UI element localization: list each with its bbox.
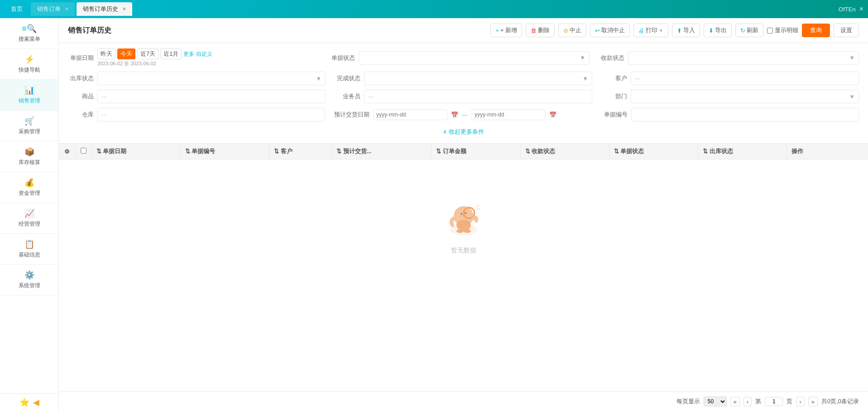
refresh-button[interactable]: ↻ 刷新 <box>735 24 763 37</box>
delete-button[interactable]: 🗑 删除 <box>526 24 555 37</box>
th-bill-number[interactable]: ⇅ 单据编号 <box>180 144 269 160</box>
warehouse-control[interactable]: ··· <box>97 108 325 121</box>
basic-info-icon: 📋 <box>24 239 34 249</box>
delivery-date-from[interactable] <box>373 109 447 120</box>
date-more-link[interactable]: 更多 <box>183 50 194 58</box>
bill-number-control[interactable] <box>631 108 859 121</box>
calendar-from-icon[interactable]: 📅 <box>451 111 458 118</box>
salesperson-ellipsis-icon[interactable]: ··· <box>368 93 374 100</box>
sidebar-item-inventory[interactable]: 📦 库存核算 <box>0 141 58 172</box>
prev-page-button[interactable]: ‹ <box>743 397 752 406</box>
svg-point-6 <box>465 212 466 214</box>
toolbar: + + 新增 🗑 删除 ⊘ 中止 ↩ 取消中止 <box>490 24 859 37</box>
th-order-amount[interactable]: ⇅ 订单金额 <box>432 144 520 160</box>
th-bill-status[interactable]: ⇅ 单据状态 <box>609 144 698 160</box>
date-custom-link[interactable]: 自定义 <box>196 50 212 58</box>
th-bill-date[interactable]: ⇅ 单据日期 <box>91 144 180 160</box>
date-btn-last-month[interactable]: 近1月 <box>160 48 182 59</box>
show-details-checkbox[interactable] <box>767 28 773 34</box>
th-bill-status-label: ⇅ 单据状态 <box>614 147 644 155</box>
department-control[interactable]: ▼ <box>631 90 859 103</box>
salesperson-label: 业务员 <box>335 92 364 101</box>
sidebar-item-basic-info[interactable]: 📋 基础信息 <box>0 234 58 265</box>
query-button[interactable]: 查询 <box>802 24 830 37</box>
sidebar-collapse-icon[interactable]: ◀ <box>33 397 39 407</box>
select-all-checkbox[interactable] <box>81 148 86 154</box>
delivery-date-to[interactable] <box>471 109 546 120</box>
table-settings-icon[interactable]: ⚙ <box>64 148 70 155</box>
show-details-checkbox-label[interactable]: 显示明细 <box>767 26 798 34</box>
th-checkbox[interactable] <box>75 144 91 160</box>
department-arrow-icon: ▼ <box>849 93 855 100</box>
table-footer: 每页显示 50 10 20 100 « ‹ 第 页 › » 共0页,0条记录 <box>59 392 868 411</box>
sidebar-item-finance[interactable]: 💰 资金管理 <box>0 172 58 203</box>
page-size-select[interactable]: 50 10 20 100 <box>704 396 727 406</box>
window-close-icon[interactable]: × <box>859 5 863 13</box>
sidebar-item-purchase-mgmt[interactable]: 🛒 采购管理 <box>0 111 58 141</box>
expected-delivery-label: 预计交货日期 <box>334 111 373 119</box>
next-page-icon: › <box>799 398 801 405</box>
product-ellipsis-icon[interactable]: ··· <box>101 93 107 100</box>
customer-label: 客户 <box>601 74 631 82</box>
settings-button[interactable]: 设置 <box>834 24 859 37</box>
stock-status-control[interactable]: ▼ <box>97 72 326 85</box>
filter-row-4: 仓库 ··· 预计交货日期 📅 — 📅 单据编号 <box>68 108 859 121</box>
customer-control[interactable]: ··· <box>631 72 859 85</box>
date-btn-yesterday[interactable]: 昨天 <box>97 48 115 59</box>
print-icon: 🖨 <box>638 27 644 34</box>
svg-point-7 <box>456 220 471 231</box>
next-page-button[interactable]: › <box>796 397 804 406</box>
warehouse-ellipsis-icon[interactable]: ··· <box>101 111 107 118</box>
sidebar-item-operations[interactable]: 📈 经营管理 <box>0 203 58 234</box>
cancel-stop-label: 取消中止 <box>601 26 625 34</box>
new-button[interactable]: + + 新增 <box>490 24 522 37</box>
sidebar-item-search-menu[interactable]: ≡🔍 搜索菜单 <box>0 18 58 49</box>
page-unit-label: 页 <box>786 397 792 406</box>
print-button[interactable]: 🖨 打印 ▼ <box>633 24 668 37</box>
tab-sales-order-history-close[interactable]: × <box>123 6 126 12</box>
tab-home[interactable]: 首页 <box>5 2 29 16</box>
th-customer-label: ⇅ 客户 <box>274 147 293 155</box>
first-page-button[interactable]: « <box>730 397 740 406</box>
page-number-label: 第 <box>755 397 761 406</box>
sidebar-item-finance-label: 资金管理 <box>19 189 40 197</box>
customer-ellipsis-icon[interactable]: ··· <box>635 75 640 82</box>
collapse-row[interactable]: ∧ 收起更多条件 <box>68 126 859 138</box>
receipt-status-control[interactable]: ▼ <box>628 51 859 65</box>
th-stock-status[interactable]: ⇅ 出库状态 <box>698 144 787 160</box>
empty-illustration <box>436 196 491 241</box>
refresh-icon: ↻ <box>740 27 745 34</box>
svg-point-8 <box>456 229 464 233</box>
cancel-stop-button[interactable]: ↩ 取消中止 <box>590 24 630 37</box>
last-page-button[interactable]: » <box>808 397 818 406</box>
sidebar-item-system[interactable]: ⚙️ 系统管理 <box>0 265 58 295</box>
bill-status-control[interactable]: ▼ <box>359 51 590 65</box>
date-btn-last7[interactable]: 近7天 <box>137 48 158 59</box>
date-quick-btns: 昨天 今天 近7天 近1月 更多 自定义 <box>97 48 320 59</box>
sidebar-item-sales-mgmt[interactable]: 📊 销售管理 <box>0 80 58 111</box>
th-receipt-status[interactable]: ⇅ 收款状态 <box>520 144 609 160</box>
page-number-input[interactable] <box>765 397 783 406</box>
page-size-label: 每页显示 <box>676 397 700 406</box>
stop-button[interactable]: ⊘ 中止 <box>558 24 586 37</box>
complete-status-control[interactable]: ▼ <box>364 72 592 85</box>
sidebar-item-operations-label: 经营管理 <box>19 220 40 228</box>
tab-sales-order-history-label: 销售订单历史 <box>83 5 118 13</box>
th-operation-label: 操作 <box>791 148 803 155</box>
date-btn-today[interactable]: 今天 <box>117 48 135 59</box>
main-layout: ≡🔍 搜索菜单 ⚡ 快捷导航 📊 销售管理 🛒 采购管理 📦 库存核算 💰 资金… <box>0 18 868 411</box>
export-button[interactable]: ⬇ 导出 <box>704 24 732 37</box>
tab-sales-order[interactable]: 销售订单 × <box>31 2 75 16</box>
th-settings[interactable]: ⚙ <box>59 144 75 160</box>
tab-sales-order-history[interactable]: 销售订单历史 × <box>77 2 132 16</box>
th-expected-delivery[interactable]: ⇅ 预计交货... <box>331 144 431 160</box>
product-control[interactable]: ··· <box>97 90 326 103</box>
tab-sales-order-close[interactable]: × <box>65 6 68 12</box>
refresh-label: 刷新 <box>747 26 758 34</box>
sidebar-star-icon[interactable]: ⭐ <box>19 397 29 407</box>
import-button[interactable]: ⬆ 导入 <box>672 24 700 37</box>
sidebar-item-quick-nav[interactable]: ⚡ 快捷导航 <box>0 49 58 80</box>
th-customer[interactable]: ⇅ 客户 <box>269 144 331 160</box>
salesperson-control[interactable]: ··· <box>364 90 592 103</box>
calendar-to-icon[interactable]: 📅 <box>549 111 556 118</box>
